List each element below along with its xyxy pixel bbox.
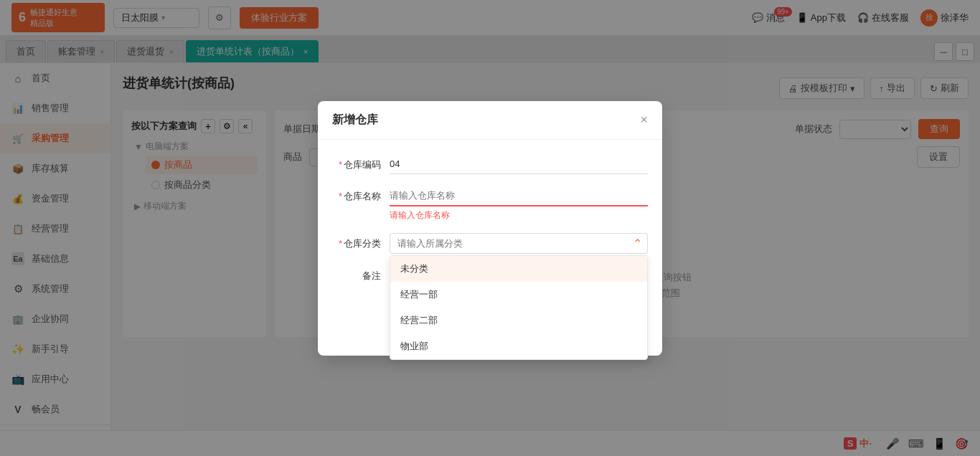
note-label: 备注 [332, 265, 390, 282]
category-input[interactable] [390, 233, 648, 254]
dialog-header: 新增仓库 × [318, 101, 662, 140]
form-row-name: 仓库名称 请输入仓库名称 [332, 186, 648, 222]
dropdown-item-uncategorized[interactable]: 未分类 [390, 256, 647, 282]
dialog-body: 仓库编码 仓库名称 请输入仓库名称 仓库分类 ⌃ [318, 140, 662, 311]
category-control: ⌃ 未分类 经营一部 经营二部 物业部 [390, 233, 648, 254]
code-label: 仓库编码 [332, 154, 390, 171]
new-warehouse-dialog: 新增仓库 × 仓库编码 仓库名称 请输入仓库名称 仓库分类 [318, 101, 662, 356]
form-row-code: 仓库编码 [332, 154, 648, 174]
dialog-close-button[interactable]: × [640, 113, 648, 128]
code-input[interactable] [390, 154, 648, 174]
modal-overlay: 新增仓库 × 仓库编码 仓库名称 请输入仓库名称 仓库分类 [0, 0, 980, 456]
dropdown-item-dept2[interactable]: 经营二部 [390, 308, 647, 333]
dropdown-item-dept1[interactable]: 经营一部 [390, 282, 647, 308]
category-dropdown: 未分类 经营一部 经营二部 物业部 [390, 255, 648, 360]
name-label: 仓库名称 [332, 186, 390, 203]
category-label: 仓库分类 [332, 233, 390, 250]
name-input[interactable] [390, 186, 648, 206]
form-row-category: 仓库分类 ⌃ 未分类 经营一部 经营二部 物业部 [332, 233, 648, 254]
dialog-title: 新增仓库 [332, 113, 378, 128]
category-select-wrapper: ⌃ 未分类 经营一部 经营二部 物业部 [390, 233, 648, 254]
name-control: 请输入仓库名称 [390, 186, 648, 222]
code-control [390, 154, 648, 174]
name-error-msg: 请输入仓库名称 [390, 209, 648, 222]
dropdown-item-dept3[interactable]: 物业部 [390, 333, 647, 359]
